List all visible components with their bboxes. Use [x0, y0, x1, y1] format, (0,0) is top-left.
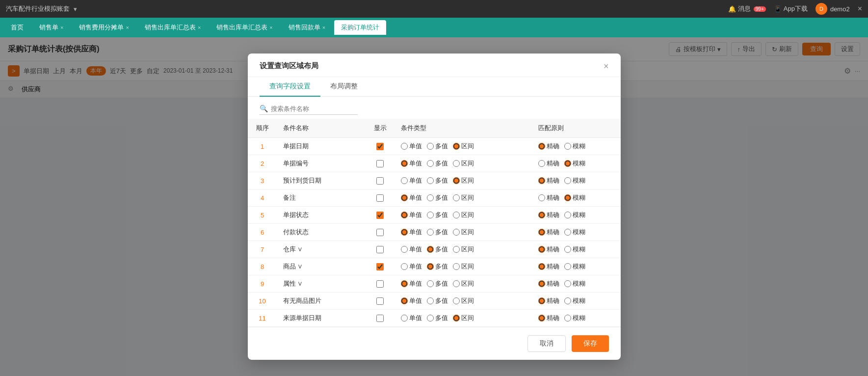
match-radio-exact[interactable]: 精确 [538, 211, 559, 219]
row-display-checkbox[interactable] [366, 138, 395, 155]
save-btn[interactable]: 保存 [572, 335, 609, 352]
match-radio-fuzzy[interactable]: 模糊 [564, 314, 585, 322]
match-radio-exact[interactable]: 精确 [538, 296, 559, 305]
nav-tab-purchase[interactable]: 采购订单统计 [334, 20, 386, 35]
type-radio-single[interactable]: 单值 [401, 262, 422, 271]
type-radio-multi[interactable]: 多值 [427, 314, 448, 322]
row-display-checkbox[interactable] [366, 310, 395, 327]
row-display-checkbox[interactable] [366, 224, 395, 241]
display-checkbox[interactable] [376, 315, 384, 322]
match-radio-fuzzy[interactable]: 模糊 [564, 245, 585, 254]
type-radio-range[interactable]: 区间 [453, 228, 474, 237]
type-radio-single[interactable]: 单值 [401, 245, 422, 254]
display-checkbox[interactable] [376, 229, 384, 236]
type-radio-multi[interactable]: 多值 [427, 262, 448, 271]
match-radio-fuzzy[interactable]: 模糊 [564, 193, 585, 202]
row-display-checkbox[interactable] [366, 189, 395, 207]
message-btn[interactable]: 🔔 消息 99+ [728, 4, 766, 13]
type-radio-single[interactable]: 单值 [401, 159, 422, 168]
match-radio-exact[interactable]: 精确 [538, 176, 559, 185]
tab-layout-adjust[interactable]: 布局调整 [320, 77, 368, 97]
row-display-checkbox[interactable] [366, 258, 395, 275]
user-area[interactable]: D demo2 [815, 3, 850, 15]
match-radio-exact[interactable]: 精确 [538, 314, 559, 322]
download-btn[interactable]: 📱 App下载 [774, 4, 808, 13]
match-radio-fuzzy[interactable]: 模糊 [564, 176, 585, 185]
modal-close-btn[interactable]: × [604, 62, 609, 71]
type-radio-single[interactable]: 单值 [401, 193, 422, 202]
type-radio-multi[interactable]: 多值 [427, 159, 448, 168]
type-radio-range[interactable]: 区间 [453, 245, 474, 254]
tab-query-fields[interactable]: 查询字段设置 [260, 77, 320, 97]
row-display-checkbox[interactable] [366, 207, 395, 224]
match-radio-exact[interactable]: 精确 [538, 142, 559, 151]
type-radio-range[interactable]: 区间 [453, 193, 474, 202]
type-radio-multi[interactable]: 多值 [427, 279, 448, 288]
match-radio-exact[interactable]: 精确 [538, 245, 559, 254]
nav-tab-expense[interactable]: 销售费用分摊单 × [72, 20, 135, 35]
type-radio-range[interactable]: 区间 [453, 159, 474, 168]
match-radio-fuzzy[interactable]: 模糊 [564, 159, 585, 168]
nav-tab-outbound1[interactable]: 销售出库单汇总表 × [138, 20, 208, 35]
nav-home[interactable]: 首页 [4, 20, 30, 35]
row-display-checkbox[interactable] [366, 275, 395, 293]
match-radio-exact[interactable]: 精确 [538, 228, 559, 237]
match-radio-exact[interactable]: 精确 [538, 279, 559, 288]
close-tab-expense[interactable]: × [126, 25, 129, 30]
row-display-checkbox[interactable] [366, 172, 395, 189]
type-radio-range[interactable]: 区间 [453, 296, 474, 305]
type-radio-single[interactable]: 单值 [401, 279, 422, 288]
type-radio-range[interactable]: 区间 [453, 262, 474, 271]
match-radio-fuzzy[interactable]: 模糊 [564, 296, 585, 305]
row-display-checkbox[interactable] [366, 241, 395, 258]
type-radio-multi[interactable]: 多值 [427, 296, 448, 305]
display-checkbox[interactable] [376, 297, 384, 305]
row-display-checkbox[interactable] [366, 293, 395, 310]
display-checkbox[interactable] [376, 177, 384, 185]
nav-tab-sales[interactable]: 销售单 × [32, 20, 70, 35]
nav-tab-outbound2[interactable]: 销售出库单汇总表 × [210, 20, 279, 35]
close-tab-payment[interactable]: × [322, 25, 325, 30]
type-radio-range[interactable]: 区间 [453, 211, 474, 219]
display-checkbox[interactable] [376, 263, 384, 270]
row-display-checkbox[interactable] [366, 155, 395, 172]
display-checkbox[interactable] [376, 194, 384, 202]
type-radio-range[interactable]: 区间 [453, 176, 474, 185]
close-tab-outbound1[interactable]: × [198, 25, 201, 30]
display-checkbox[interactable] [376, 143, 384, 150]
cancel-btn[interactable]: 取消 [527, 335, 566, 352]
type-radio-multi[interactable]: 多值 [427, 228, 448, 237]
row-match-principle: 精确模糊 [532, 189, 621, 207]
match-radio-fuzzy[interactable]: 模糊 [564, 211, 585, 219]
type-radio-single[interactable]: 单值 [401, 211, 422, 219]
close-tab-sales[interactable]: × [60, 25, 63, 30]
match-radio-exact[interactable]: 精确 [538, 262, 559, 271]
match-radio-fuzzy[interactable]: 模糊 [564, 142, 585, 151]
type-radio-single[interactable]: 单值 [401, 296, 422, 305]
type-radio-multi[interactable]: 多值 [427, 176, 448, 185]
display-checkbox[interactable] [376, 246, 384, 253]
match-radio-fuzzy[interactable]: 模糊 [564, 262, 585, 271]
top-close-btn[interactable]: × [858, 4, 862, 13]
type-radio-range[interactable]: 区间 [453, 314, 474, 322]
type-radio-single[interactable]: 单值 [401, 314, 422, 322]
nav-tab-payment[interactable]: 销售回款单 × [282, 20, 332, 35]
type-radio-multi[interactable]: 多值 [427, 211, 448, 219]
type-radio-single[interactable]: 单值 [401, 142, 422, 151]
display-checkbox[interactable] [376, 212, 384, 219]
match-radio-exact[interactable]: 精确 [538, 193, 559, 202]
search-input[interactable] [271, 105, 349, 112]
type-radio-single[interactable]: 单值 [401, 228, 422, 237]
type-radio-multi[interactable]: 多值 [427, 245, 448, 254]
display-checkbox[interactable] [376, 280, 384, 288]
display-checkbox[interactable] [376, 160, 384, 167]
match-radio-exact[interactable]: 精确 [538, 159, 559, 168]
type-radio-range[interactable]: 区间 [453, 279, 474, 288]
close-tab-outbound2[interactable]: × [269, 25, 272, 30]
type-radio-multi[interactable]: 多值 [427, 193, 448, 202]
type-radio-range[interactable]: 区间 [453, 142, 474, 151]
match-radio-fuzzy[interactable]: 模糊 [564, 279, 585, 288]
type-radio-single[interactable]: 单值 [401, 176, 422, 185]
type-radio-multi[interactable]: 多值 [427, 142, 448, 151]
match-radio-fuzzy[interactable]: 模糊 [564, 228, 585, 237]
